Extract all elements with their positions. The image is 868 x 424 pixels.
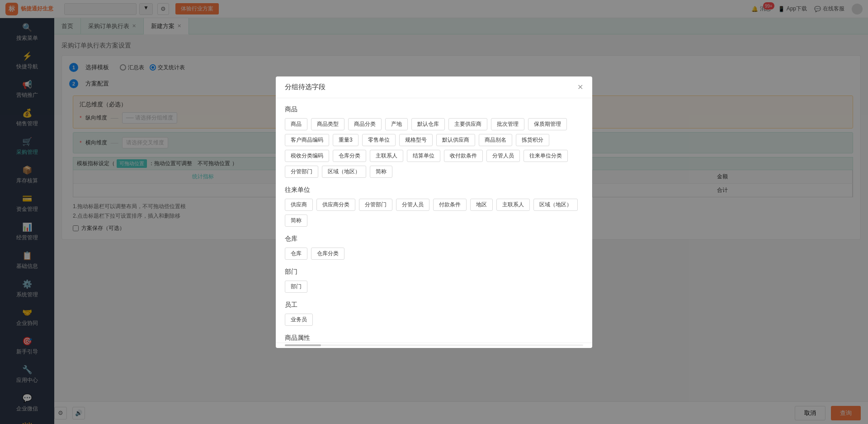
modal-body[interactable]: 商品 商品 商品类型 商品分类 产地 默认仓库 主要供应商 批次管理 保质期管理… — [276, 98, 592, 343]
field-payment-terms[interactable]: 收付款条件 — [444, 150, 483, 162]
modal-header: 分组待选字段 ✕ — [276, 76, 592, 98]
section-attr-title: 商品属性 — [285, 334, 583, 342]
field-tax-code[interactable]: 税收分类编码 — [285, 150, 329, 162]
modal-title: 分组待选字段 — [285, 83, 326, 91]
field-default-warehouse[interactable]: 默认仓库 — [411, 118, 445, 130]
staff-fields: 业务员 — [285, 314, 583, 326]
section-goods: 商品 商品 商品类型 商品分类 产地 默认仓库 主要供应商 批次管理 保质期管理… — [285, 105, 583, 178]
field-region-partner[interactable]: 地区 — [470, 199, 493, 211]
field-main-contact[interactable]: 主联系人 — [370, 150, 403, 162]
field-default-supplier[interactable]: 默认供应商 — [436, 134, 475, 146]
section-staff: 员工 业务员 — [285, 301, 583, 326]
field-salesperson[interactable]: 业务员 — [285, 314, 313, 326]
section-goods-title: 商品 — [285, 105, 583, 114]
field-shelf-life[interactable]: 保质期管理 — [528, 118, 567, 130]
modal-hscrollbar[interactable] — [276, 343, 592, 348]
field-dept-partner[interactable]: 分管部门 — [359, 199, 392, 211]
goods-fields: 商品 商品类型 商品分类 产地 默认仓库 主要供应商 批次管理 保质期管理 客户… — [285, 118, 583, 178]
field-goods-type[interactable]: 商品类型 — [311, 118, 344, 130]
modal-overlay: 分组待选字段 ✕ 商品 商品 商品类型 商品分类 产地 默认仓库 主要供应商 批… — [0, 0, 868, 424]
section-dept: 部门 部门 — [285, 268, 583, 293]
section-warehouse: 仓库 仓库 仓库分类 — [285, 235, 583, 260]
dept-fields: 部门 — [285, 281, 583, 293]
field-partner-category[interactable]: 往来单位分类 — [524, 150, 568, 162]
section-partner: 往来单位 供应商 供应商分类 分管部门 分管人员 付款条件 地区 主联系人 区域… — [285, 186, 583, 227]
field-short-partner[interactable]: 简称 — [285, 214, 307, 227]
modal-close-button[interactable]: ✕ — [577, 83, 583, 91]
field-origin[interactable]: 产地 — [385, 118, 408, 130]
modal-dialog: 分组待选字段 ✕ 商品 商品 商品类型 商品分类 产地 默认仓库 主要供应商 批… — [276, 76, 592, 348]
field-weight3[interactable]: 重量3 — [333, 134, 359, 146]
field-goods-category[interactable]: 商品分类 — [348, 118, 382, 130]
field-retail-unit[interactable]: 零售单位 — [362, 134, 396, 146]
field-goods-alias[interactable]: 商品别名 — [479, 134, 512, 146]
field-staff-partner[interactable]: 分管人员 — [396, 199, 429, 211]
field-supplier[interactable]: 供应商 — [285, 199, 313, 211]
field-batch-mgmt[interactable]: 批次管理 — [491, 118, 524, 130]
field-supplier-category[interactable]: 供应商分类 — [316, 199, 355, 211]
warehouse-fields: 仓库 仓库分类 — [285, 248, 583, 260]
section-dept-title: 部门 — [285, 268, 583, 276]
field-region-goods[interactable]: 区域（地区） — [322, 166, 366, 178]
section-staff-title: 员工 — [285, 301, 583, 309]
field-pick-points[interactable]: 拣货积分 — [516, 134, 549, 146]
field-dept[interactable]: 部门 — [285, 281, 307, 293]
field-warehouse[interactable]: 仓库 — [285, 248, 307, 260]
field-customer-code[interactable]: 客户商品编码 — [285, 134, 329, 146]
hscroll-thumb — [285, 344, 321, 346]
field-supervisor[interactable]: 分管人员 — [486, 150, 520, 162]
field-region2-partner[interactable]: 区域（地区） — [533, 199, 578, 211]
section-partner-title: 往来单位 — [285, 186, 583, 194]
field-goods[interactable]: 商品 — [285, 118, 307, 130]
field-main-supplier[interactable]: 主要供应商 — [448, 118, 487, 130]
field-spec-model[interactable]: 规格型号 — [399, 134, 433, 146]
partner-fields: 供应商 供应商分类 分管部门 分管人员 付款条件 地区 主联系人 区域（地区） … — [285, 199, 583, 227]
field-payment-cond[interactable]: 付款条件 — [433, 199, 467, 211]
field-warehouse-cat[interactable]: 仓库分类 — [311, 248, 344, 260]
field-warehouse-category[interactable]: 仓库分类 — [333, 150, 366, 162]
field-dept-mgmt[interactable]: 分管部门 — [285, 166, 318, 178]
field-short-name[interactable]: 简称 — [370, 166, 392, 178]
section-warehouse-title: 仓库 — [285, 235, 583, 243]
field-settle-unit[interactable]: 结算单位 — [407, 150, 440, 162]
hscroll-track — [285, 344, 583, 346]
field-main-contact-partner[interactable]: 主联系人 — [496, 199, 530, 211]
section-attr: 商品属性 属性 颜色 多规格 尺码 鞋码 1 — [285, 334, 583, 343]
